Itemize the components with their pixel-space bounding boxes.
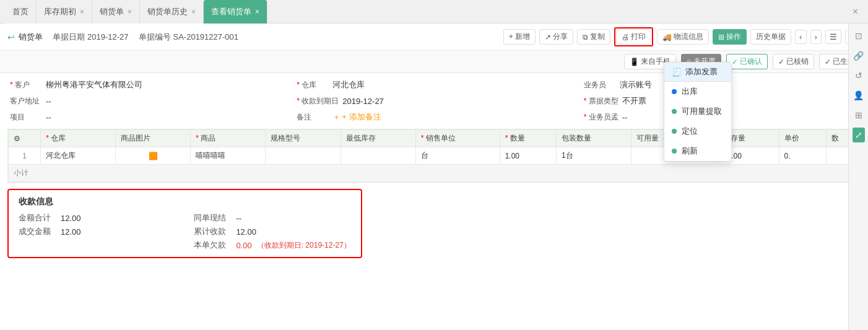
date-value: 2019-12-27 [87, 32, 129, 41]
mobile-icon: 📱 [630, 58, 639, 66]
tab-close-inventory-init[interactable]: × [80, 7, 84, 16]
th-settings[interactable]: ⚙ [9, 130, 41, 147]
prev-button[interactable]: ‹ [795, 30, 806, 44]
cancel-icon: ✓ [778, 58, 784, 66]
customer-field: 客户 柳州粤港平安气体有限公司 [10, 79, 284, 90]
logistics-button[interactable]: 🚚 物流信息 [657, 29, 709, 45]
sidebar-icon-5[interactable]: ⊞ [853, 108, 865, 123]
cancel-button[interactable]: ✓ 已核销 [773, 54, 814, 69]
form-title: ↩ 销货单 [7, 32, 43, 43]
table-row: 1 河北仓库 🟧 嘻嘻嘻嘻 台 1.00 1台 12.00 0. [9, 147, 860, 165]
row-min-stock [341, 147, 415, 165]
sidebar-icon-2[interactable]: 🔗 [851, 48, 866, 63]
th-image: 商品图片 [116, 130, 191, 147]
print-button-wrapper: 🖨 打印 [614, 27, 653, 46]
amount-value: 12.00 [61, 214, 81, 223]
th-price: 单价 [779, 130, 826, 147]
subtotal-row: 小计 [9, 165, 860, 182]
row-warehouse: 河北仓库 [41, 147, 116, 165]
dot-teal-icon-3 [672, 149, 677, 154]
form-fields: 客户 柳州粤港平安气体有限公司 仓库 河北仓库 业务员 演示账号 客户地址 --… [0, 73, 868, 129]
sidebar-icon-4[interactable]: 👤 [851, 88, 866, 103]
sidebar-icon-expand[interactable]: ⤢ [853, 128, 865, 142]
row-product: 嘻嘻嘻嘻 [191, 147, 266, 165]
due-date-field: 收款到期日 2019-12-27 [297, 95, 571, 106]
window-close-button[interactable]: × [848, 6, 863, 17]
address-field: 客户地址 -- [10, 95, 284, 106]
salesperson2-value: -- [622, 113, 628, 122]
copy-button[interactable]: ⧉ 复制 [577, 29, 610, 45]
dropdown-item-export[interactable]: 出库 [664, 82, 731, 102]
tab-close-sales-history[interactable]: × [191, 7, 196, 16]
total-received-item: 累计收款 12.00 [194, 226, 350, 237]
num-value: SA-20191227-001 [173, 32, 239, 41]
same-bill-item: 同单现结 -- [194, 212, 350, 224]
tab-sales-history[interactable]: 销货单历史 × [140, 0, 204, 24]
warehouse-value: 河北仓库 [332, 79, 365, 90]
tab-bar: 首页 库存期初 × 销货单 × 销货单历史 × 查看销货单 × × [0, 0, 868, 24]
warehouse-label: 仓库 [297, 80, 329, 90]
tab-close-sales-order[interactable]: × [128, 7, 132, 16]
dropdown-item-available[interactable]: 可用量提取 [664, 102, 731, 121]
sub-toolbar: 📱 来自手机 未开票 ✓ 已确认 ✓ 已核销 ✓ 已生效 [0, 51, 868, 73]
dropdown-item-locate[interactable]: 定位 [664, 121, 731, 141]
th-spec: 规格型号 [266, 130, 341, 147]
truck-icon: 🚚 [662, 33, 672, 41]
address-label: 客户地址 [10, 96, 42, 106]
product-table: ⚙ 仓库 商品图片 商品 规格型号 最低库存 销售单位 数量 包装数量 可用量（… [8, 129, 860, 182]
dot-blue-icon [672, 89, 677, 94]
balance-label: 本单欠款 [194, 240, 231, 251]
subtotal-label: 小计 [9, 165, 860, 182]
form-header: ↩ 销货单 单据日期 2019-12-27 单据编号 SA-20191227-0… [0, 24, 868, 51]
form-meta: 单据日期 2019-12-27 单据编号 SA-20191227-001 [53, 32, 238, 43]
share-icon: ↗ [545, 33, 551, 41]
tab-home[interactable]: 首页 [5, 0, 37, 24]
right-sidebar: ⊡ 🔗 ↺ 👤 ⊞ ⤢ [848, 24, 868, 330]
history-button[interactable]: 历史单据 [750, 29, 791, 45]
total-received-label: 累计收款 [194, 226, 231, 237]
customer-value: 柳州粤港平安气体有限公司 [46, 79, 142, 90]
tab-close-view-order[interactable]: × [255, 7, 259, 16]
project-field: 项目 -- [10, 111, 284, 123]
same-bill-value: -- [236, 214, 241, 223]
sales-order-icon: ↩ [7, 32, 15, 42]
transaction-item: 成交金额 12.00 [19, 226, 175, 237]
sidebar-icon-1[interactable]: ⊡ [853, 28, 865, 43]
operations-button[interactable]: ⊞ 操作 [713, 29, 747, 45]
note-field: 备注 ＋ + 添加备注 [297, 111, 571, 123]
th-min-stock: 最低库存 [341, 130, 415, 147]
project-label: 项目 [10, 112, 42, 123]
main-content: ↩ 销货单 单据日期 2019-12-27 单据编号 SA-20191227-0… [0, 24, 868, 330]
payment-grid: 金额合计 12.00 同单现结 -- 成交金额 12.00 累计收款 12.00 [19, 212, 351, 251]
confirm-button[interactable]: ✓ 已确认 [726, 54, 768, 69]
share-button[interactable]: ↗ 分享 [539, 29, 573, 45]
address-value: -- [46, 97, 51, 106]
dot-teal-icon-1 [672, 109, 677, 114]
tab-inventory-init[interactable]: 库存期初 × [37, 0, 92, 24]
print-button[interactable]: 🖨 打印 [616, 29, 651, 45]
salesperson2-label: 业务员孟 [584, 112, 618, 123]
invoice-icon: 🧾 [672, 67, 682, 77]
effect-icon: ✓ [825, 58, 831, 66]
list-view-button[interactable]: ☰ [825, 30, 841, 44]
payment-info-box: 收款信息 金额合计 12.00 同单现结 -- 成交金额 12.00 累计收款 … [7, 189, 362, 258]
dot-teal-icon-2 [672, 129, 677, 134]
next-button[interactable]: › [810, 30, 822, 44]
amount-label: 金额合计 [19, 212, 56, 224]
transaction-value: 12.00 [61, 227, 81, 237]
balance-hint: （收款到期日: 2019-12-27） [257, 240, 351, 251]
customer-label: 客户 [10, 80, 42, 90]
sidebar-icon-3[interactable]: ↺ [853, 68, 865, 83]
form-num-meta: 单据编号 SA-20191227-001 [139, 32, 239, 43]
dropdown-item-refresh[interactable]: 刷新 [664, 141, 731, 161]
tab-view-order[interactable]: 查看销货单 × [204, 0, 267, 24]
row-spec [266, 147, 341, 165]
tab-sales-order[interactable]: 销货单 × [92, 0, 140, 24]
operations-dropdown: 🧾 添加发票 出库 可用量提取 定位 刷新 [664, 62, 732, 162]
row-num: 1 [9, 147, 41, 165]
new-button[interactable]: + 新增 [503, 29, 536, 45]
row-price: 0. [779, 147, 826, 165]
form-date-meta: 单据日期 2019-12-27 [53, 32, 129, 43]
row-image: 🟧 [116, 147, 191, 165]
add-note-button[interactable]: ＋ + 添加备注 [332, 111, 381, 123]
